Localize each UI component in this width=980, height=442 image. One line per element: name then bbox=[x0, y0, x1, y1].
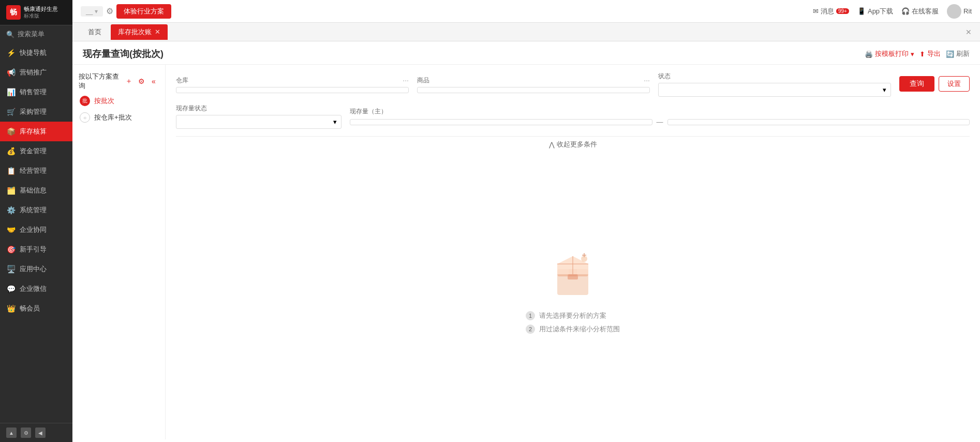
sidebar-search[interactable]: 🔍 搜索菜单 bbox=[0, 25, 72, 43]
collapse-more-conditions[interactable]: ⋀ 收起更多条件 bbox=[176, 136, 970, 152]
sidebar-item-label: 应用中心 bbox=[20, 264, 47, 274]
app-version: 标准版 bbox=[24, 12, 58, 20]
sidebar-item-label: 快捷导航 bbox=[20, 48, 47, 57]
user-name: Rit bbox=[963, 7, 972, 15]
chevron-down-icon: ▾ bbox=[95, 8, 98, 15]
left-panel: 按以下方案查询 ＋ ⚙ « 批 按批次 ○ 按仓库+批次 bbox=[72, 65, 166, 439]
app-logo-icon: 畅 bbox=[6, 5, 21, 20]
sidebar-item-label: 企业协同 bbox=[20, 225, 47, 234]
sidebar-item-system[interactable]: ⚙️ 系统管理 bbox=[0, 200, 72, 220]
empty-tip-1-text: 请先选择要分析的方案 bbox=[539, 311, 606, 320]
quicknav-icon: ⚡ bbox=[6, 49, 16, 57]
chevron-down-icon: ▾ bbox=[333, 118, 337, 126]
sidebar: 畅 畅康通好生意 标准版 🔍 搜索菜单 ⚡ 快捷导航 📢 营销推广 📊 销售管理… bbox=[0, 0, 72, 442]
messages-badge: 99+ bbox=[836, 8, 849, 14]
sidebar-item-finance[interactable]: 💰 资金管理 bbox=[0, 141, 72, 161]
settings-button[interactable]: 设置 bbox=[939, 76, 970, 92]
sidebar-item-enterprise[interactable]: 🤝 企业协同 bbox=[0, 220, 72, 240]
quantity-from-input[interactable] bbox=[350, 119, 652, 125]
sidebar-item-sales[interactable]: 📊 销售管理 bbox=[0, 82, 72, 102]
sidebar-collapse-btn[interactable]: ◀ bbox=[35, 428, 46, 438]
sidebar-item-base[interactable]: 🗂️ 基础信息 bbox=[0, 181, 72, 200]
query-button[interactable]: 查询 bbox=[899, 76, 934, 92]
online-support-button[interactable]: 🎧 在线客服 bbox=[901, 7, 939, 16]
content-body: 按以下方案查询 ＋ ⚙ « 批 按批次 ○ 按仓库+批次 bbox=[72, 65, 980, 439]
sidebar-settings-btn[interactable]: ⚙ bbox=[21, 428, 31, 438]
sidebar-item-label: 资金管理 bbox=[20, 146, 47, 156]
sidebar-bottom: ▲ ⚙ ◀ bbox=[0, 423, 72, 442]
refresh-button[interactable]: 🔄 刷新 bbox=[946, 49, 970, 58]
sidebar-item-label: 新手引导 bbox=[20, 245, 47, 254]
empty-illustration bbox=[547, 251, 599, 303]
inventory-status-dropdown[interactable]: ▾ bbox=[176, 115, 341, 129]
sidebar-item-purchase[interactable]: 🛒 采购管理 bbox=[0, 102, 72, 122]
tab-home[interactable]: 首页 bbox=[81, 24, 109, 40]
search-icon: 🔍 bbox=[6, 31, 14, 38]
warehouse-filter-more[interactable]: ··· bbox=[403, 76, 409, 84]
operations-icon: 📋 bbox=[6, 167, 16, 175]
tab-close-all: ✕ bbox=[966, 28, 972, 36]
message-icon: ✉ bbox=[813, 7, 819, 15]
add-scheme-button[interactable]: ＋ bbox=[124, 76, 134, 86]
export-icon: ⬆ bbox=[919, 50, 925, 58]
tab-home-label: 首页 bbox=[88, 27, 101, 37]
left-panel-title: 按以下方案查询 bbox=[79, 72, 121, 91]
finance-icon: 💰 bbox=[6, 147, 16, 155]
breadcrumb-text: __ bbox=[86, 8, 93, 15]
sidebar-item-label: 销售管理 bbox=[20, 87, 47, 97]
app-download-button[interactable]: 📱 App下载 bbox=[857, 7, 893, 16]
tabbar: 首页 库存批次账 ✕ ✕ bbox=[72, 23, 980, 41]
sidebar-item-wechat[interactable]: 💬 企业微信 bbox=[0, 279, 72, 299]
warehouse-input[interactable] bbox=[176, 87, 409, 93]
settings-scheme-button[interactable]: ⚙ bbox=[136, 76, 146, 86]
template-print-button[interactable]: 🖨️ 按模板打印 ▾ bbox=[865, 49, 914, 58]
quantity-to-input[interactable] bbox=[667, 119, 970, 125]
product-filter-more[interactable]: ··· bbox=[644, 76, 650, 84]
close-tab-icon[interactable]: ✕ bbox=[155, 28, 160, 36]
filter-product: 商品 ··· bbox=[417, 76, 650, 93]
product-input[interactable] bbox=[417, 87, 650, 93]
sidebar-item-inventory[interactable]: 📦 库存核算 bbox=[0, 122, 72, 141]
sidebar-search-label: 搜索菜单 bbox=[18, 30, 44, 39]
empty-icon bbox=[547, 251, 599, 303]
phone-icon: 📱 bbox=[857, 7, 866, 15]
tab-inventory-batch[interactable]: 库存批次账 ✕ bbox=[111, 24, 168, 40]
user-profile-button[interactable]: Rit bbox=[947, 4, 972, 19]
app-download-label: App下载 bbox=[868, 7, 893, 16]
sidebar-item-appstore[interactable]: 🖥️ 应用中心 bbox=[0, 259, 72, 279]
page-content: 现存量查询(按批次) 🖨️ 按模板打印 ▾ ⬆ 导出 🔄 刷新 bbox=[72, 41, 980, 442]
base-icon: 🗂️ bbox=[6, 186, 16, 195]
sidebar-item-quicknav[interactable]: ⚡ 快捷导航 bbox=[0, 43, 72, 63]
filter-row-2: 现存量状态 ▾ 现存量（主） — bbox=[176, 104, 970, 129]
sidebar-item-label: 经营管理 bbox=[20, 166, 47, 175]
print-icon: 🖨️ bbox=[865, 50, 873, 58]
purchase-icon: 🛒 bbox=[6, 108, 16, 116]
experience-industry-button[interactable]: 体验行业方案 bbox=[116, 4, 171, 19]
appstore-icon: 🖥️ bbox=[6, 265, 16, 273]
sidebar-item-label: 库存核算 bbox=[20, 127, 47, 136]
sidebar-logo: 畅 畅康通好生意 标准版 bbox=[0, 0, 72, 25]
filter-status: 状态 ▾ bbox=[658, 72, 891, 97]
page-title: 现存量查询(按批次) bbox=[83, 48, 164, 60]
filter-inventory-status: 现存量状态 ▾ bbox=[176, 104, 341, 129]
close-all-icon[interactable]: ✕ bbox=[966, 28, 972, 36]
empty-tips: 1 请先选择要分析的方案 2 用过滤条件来缩小分析范围 bbox=[526, 311, 620, 334]
refresh-icon: 🔄 bbox=[946, 50, 954, 58]
sidebar-scroll-up[interactable]: ▲ bbox=[6, 428, 17, 438]
chevron-down-icon: ▾ bbox=[883, 86, 886, 94]
status-dropdown[interactable]: ▾ bbox=[658, 83, 891, 97]
sidebar-item-label: 系统管理 bbox=[20, 205, 47, 215]
export-button[interactable]: ⬆ 导出 bbox=[919, 49, 941, 58]
scheme-item-batch[interactable]: 批 按批次 bbox=[72, 93, 165, 109]
collapse-left-panel-button[interactable]: « bbox=[149, 76, 159, 86]
sidebar-item-newbie[interactable]: 🎯 新手引导 bbox=[0, 240, 72, 259]
empty-tip-2-text: 用过滤条件来缩小分析范围 bbox=[539, 325, 620, 334]
sidebar-item-member[interactable]: 👑 畅会员 bbox=[0, 299, 72, 318]
scheme-item-warehouse-batch[interactable]: ○ 按仓库+批次 bbox=[72, 109, 165, 126]
warehouse-filter-label: 仓库 bbox=[176, 76, 188, 85]
sidebar-item-marketing[interactable]: 📢 营销推广 bbox=[0, 63, 72, 82]
sidebar-item-operations[interactable]: 📋 经营管理 bbox=[0, 161, 72, 181]
messages-button[interactable]: ✉ 消息 99+ bbox=[813, 7, 849, 16]
settings-icon[interactable]: ⚙ bbox=[106, 6, 113, 16]
sidebar-item-label: 基础信息 bbox=[20, 186, 47, 195]
